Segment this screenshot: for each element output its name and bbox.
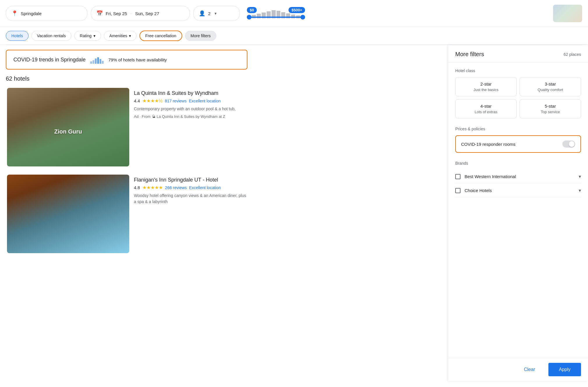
location-badge-1[interactable]: Excellent location: [189, 99, 221, 103]
tab-amenities-label: Amenities: [109, 33, 127, 38]
tab-amenities[interactable]: Amenities ▾: [104, 31, 137, 41]
reviews-link-2[interactable]: 266 reviews: [165, 185, 187, 190]
filter-panel-header: More filters 62 places: [448, 45, 588, 63]
hotel-class-grid: 2-star Just the basics 3-star Quality co…: [455, 77, 581, 118]
brand-name-1: Best Western International: [465, 174, 516, 179]
brand-checkbox-2[interactable]: [455, 188, 461, 193]
hotel-list: COVID-19 trends in Springdale 79% of hot…: [0, 45, 253, 381]
brand-name-2: Choice Hotels: [465, 188, 492, 193]
filter-panel-body: Hotel class 2-star Just the basics 3-sta…: [448, 63, 588, 358]
hotel-image-2: [7, 175, 129, 253]
ad-source-1: La Quinta Inn & Suites by Wyndham at Z: [157, 114, 225, 119]
star-3-name: 3-star: [525, 81, 576, 86]
checkin-text: Fri, Sep 25: [106, 11, 127, 16]
hotel-rating-row-1: 4.4 ★★★★½ 817 reviews Excellent location: [134, 98, 246, 104]
star-option-2[interactable]: 2-star Just the basics: [455, 77, 517, 96]
hotels-count: 62 hotels: [6, 75, 247, 82]
price-thumb-min[interactable]: [247, 15, 252, 19]
hotel-name-1: La Quinta Inn & Suites by Wyndham: [134, 90, 246, 96]
star-3-desc: Quality comfort: [525, 88, 576, 92]
main-area: COVID-19 trends in Springdale 79% of hot…: [0, 45, 588, 381]
prices-policies-title: Prices & policies: [455, 127, 581, 131]
filter-panel-title: More filters: [455, 51, 484, 58]
rating-score-1: 4.4: [134, 98, 140, 103]
slider-track: [247, 17, 305, 18]
star-option-3[interactable]: 3-star Quality comfort: [520, 77, 581, 96]
covid-availability: 79% of hotels have availability: [108, 57, 167, 62]
price-slider[interactable]: [247, 14, 305, 20]
filter-panel-footer: Clear Apply: [448, 358, 588, 381]
stars-1: ★★★★½: [142, 98, 162, 104]
covid-responder-label: COVID-19 responder rooms: [461, 142, 516, 147]
tab-vacation-rentals[interactable]: Vacation rentals: [31, 31, 71, 41]
date-field[interactable]: 📅 Fri, Sep 25 – Sun, Sep 27: [91, 6, 190, 21]
location-text: Springdale: [21, 11, 42, 16]
map-thumbnail[interactable]: [553, 5, 582, 22]
toggle-thumb: [569, 141, 575, 147]
brand-item-1[interactable]: Best Western International ▾: [455, 170, 581, 184]
tab-hotels-label: Hotels: [11, 33, 23, 38]
hotel-info-2: Flanigan's Inn Springdale UT - Hotel 4.8…: [134, 175, 246, 253]
checkout-text: Sun, Sep 27: [135, 11, 159, 16]
covid-text: COVID-19 trends in Springdale: [13, 57, 86, 63]
more-filters-panel: More filters 62 places Hotel class 2-sta…: [448, 45, 588, 381]
rating-dropdown-icon: ▾: [93, 33, 95, 38]
star-2-name: 2-star: [460, 81, 512, 86]
apply-button[interactable]: Apply: [548, 363, 581, 376]
hotel-ad-1: Ad · From 🌤 La Quinta Inn & Suites by Wy…: [134, 114, 246, 119]
star-option-5[interactable]: 5-star Top service: [520, 99, 581, 118]
hotel-desc-1: Contemporary property with an outdoor po…: [134, 106, 246, 112]
covid-responder-box: COVID-19 responder rooms: [455, 135, 581, 153]
star-5-name: 5-star: [525, 104, 576, 109]
guests-text: 2: [208, 11, 210, 16]
tab-vacation-label: Vacation rentals: [37, 33, 66, 38]
price-thumb-max[interactable]: [300, 15, 305, 19]
location-icon: 📍: [11, 10, 18, 17]
hotel-class-title: Hotel class: [455, 68, 581, 73]
guest-icon: 👤: [199, 10, 205, 17]
star-4-name: 4-star: [460, 104, 512, 109]
tab-rating-label: Rating: [80, 33, 91, 38]
tab-rating[interactable]: Rating ▾: [74, 31, 101, 41]
covid-banner[interactable]: COVID-19 trends in Springdale 79% of hot…: [6, 50, 247, 70]
slider-fill: [247, 17, 305, 18]
hotel-info-1: La Quinta Inn & Suites by Wyndham 4.4 ★★…: [134, 88, 246, 166]
brand-left-2: Choice Hotels: [455, 188, 492, 193]
brand-left-1: Best Western International: [455, 174, 516, 179]
brand-item-2[interactable]: Choice Hotels ▾: [455, 184, 581, 198]
filter-tabs-row: Hotels Vacation rentals Rating ▾ Ameniti…: [0, 27, 588, 45]
tab-more-filters[interactable]: More filters: [185, 31, 216, 41]
hotel-image-1: [7, 88, 129, 166]
covid-responder-toggle[interactable]: [562, 141, 575, 148]
guests-field[interactable]: 👤 2 ▾: [193, 6, 240, 21]
clear-button[interactable]: Clear: [515, 363, 544, 376]
location-badge-2[interactable]: Excellent location: [189, 185, 221, 190]
map-image: [553, 5, 582, 22]
price-range-control[interactable]: $0 $500+: [243, 5, 309, 22]
guests-dropdown-icon: ▾: [215, 11, 217, 16]
star-option-4[interactable]: 4-star Lots of extras: [455, 99, 517, 118]
search-bar: 📍 Springdale 📅 Fri, Sep 25 – Sun, Sep 27…: [0, 0, 588, 27]
hotel-photo-2: [7, 175, 129, 253]
brand-checkbox-1[interactable]: [455, 174, 461, 179]
star-5-desc: Top service: [525, 110, 576, 114]
rating-score-2: 4.8: [134, 185, 140, 190]
brands-title: Brands: [455, 161, 581, 166]
calendar-icon: 📅: [96, 10, 103, 17]
filter-places-count: 62 places: [564, 52, 581, 57]
hotel-card-2[interactable]: Flanigan's Inn Springdale UT - Hotel 4.8…: [6, 173, 247, 254]
stars-2: ★★★★★: [142, 185, 163, 190]
hotel-photo-1: [7, 88, 129, 166]
amenities-dropdown-icon: ▾: [129, 33, 131, 38]
location-field[interactable]: 📍 Springdale: [6, 6, 87, 21]
tab-hotels[interactable]: Hotels: [6, 31, 29, 41]
covid-chart: [90, 56, 104, 64]
tab-free-cancellation[interactable]: Free cancellation: [139, 31, 182, 41]
hotel-name-2: Flanigan's Inn Springdale UT - Hotel: [134, 177, 246, 183]
star-2-desc: Just the basics: [460, 88, 512, 92]
tab-free-cancel-label: Free cancellation: [145, 33, 176, 38]
reviews-link-1[interactable]: 817 reviews: [165, 99, 187, 103]
hotel-rating-row-2: 4.8 ★★★★★ 266 reviews Excellent location: [134, 185, 246, 190]
brand-chevron-2: ▾: [579, 188, 581, 193]
hotel-card[interactable]: La Quinta Inn & Suites by Wyndham 4.4 ★★…: [6, 87, 247, 168]
